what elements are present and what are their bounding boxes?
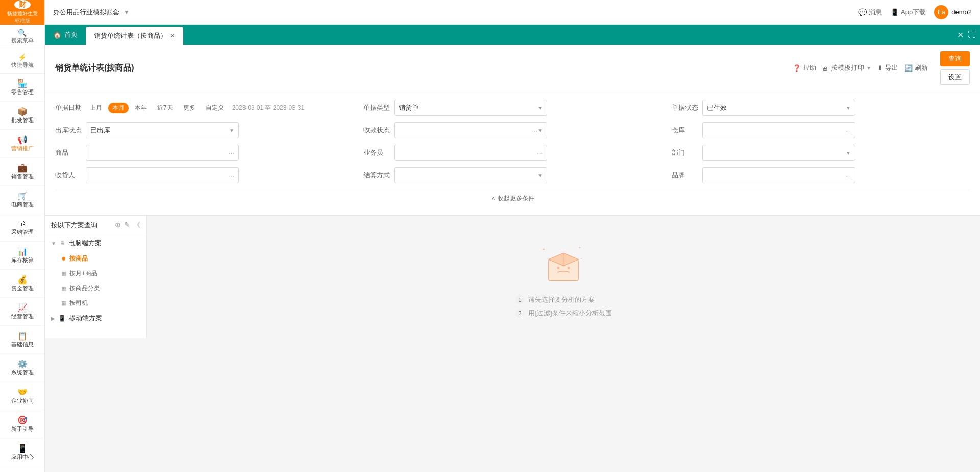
settlement-dropdown-icon: ▼ (537, 173, 543, 178)
filter-row-3: 商品 ··· 业务员 ··· 部门 (55, 145, 970, 161)
goods-control[interactable]: ··· (86, 145, 239, 161)
doc-type-dropdown-icon: ▼ (537, 105, 543, 111)
mobile-category-arrow: ▶ (51, 316, 55, 321)
pay-status-dots: ··· (532, 127, 537, 134)
sidebar-item-retail[interactable]: 🏪 零售管理 (0, 74, 44, 102)
date-tab-this-month[interactable]: 本月 (108, 103, 129, 113)
breadcrumb-arrow[interactable]: ▼ (124, 9, 130, 16)
user-menu[interactable]: Ea demo2 (934, 5, 972, 19)
filter-pay-status: 收款状态 ··· ▼ (363, 122, 662, 138)
window-maximize-icon[interactable]: ⛶ (968, 30, 976, 39)
sidebar-item-apps[interactable]: 📱 应用中心 (0, 438, 44, 466)
pc-category-label: 电脑端方案 (68, 239, 102, 248)
sidebar-item-wholesale[interactable]: 📦 批发管理 (0, 102, 44, 130)
scheme-item-by-category[interactable]: ▦ 按商品分类 (55, 281, 146, 296)
sidebar-item-ecommerce[interactable]: 🛒 电商管理 (0, 186, 44, 214)
sidebar-item-guide[interactable]: 🎯 新手引导 (0, 410, 44, 438)
sidebar-item-base[interactable]: 📋 基础信息 (0, 326, 44, 354)
grid-icon-2: ▦ (61, 285, 66, 292)
sidebar-item-sales[interactable]: 💼 销售管理 (0, 158, 44, 186)
tip-text-2: 用[过滤]条件来缩小分析范围 (528, 309, 611, 318)
sidebar-item-inventory[interactable]: 📊 库存核算 (0, 242, 44, 270)
settlement-control[interactable]: ▼ (394, 167, 547, 183)
breadcrumb: 办公用品行业模拟账套 (53, 8, 119, 17)
top-header: 办公用品行业模拟账套 ▼ 💬 消息 📱 App下载 Ea demo2 (45, 0, 980, 25)
brand-control[interactable]: ··· (702, 167, 855, 183)
inventory-icon: 📊 (0, 247, 44, 256)
filter-goods: 商品 ··· (55, 145, 353, 161)
filter-doc-type: 单据类型 销货单 ▼ (363, 100, 662, 116)
sidebar-menu: 🏪 零售管理 📦 批发管理 📢 营销推广 💼 销售管理 🛒 电商管理 🛍 采购管… (0, 74, 44, 472)
date-tab-this-year[interactable]: 本年 (131, 103, 151, 113)
date-tab-more[interactable]: 更多 (179, 103, 200, 113)
pay-status-control[interactable]: ··· ▼ (394, 122, 547, 138)
date-tab-7days[interactable]: 近7天 (153, 103, 177, 113)
scheme-category-mobile[interactable]: ▶ 📱 移动端方案 (45, 311, 146, 326)
print-button[interactable]: 🖨 按模板打印 ▼ (822, 63, 871, 73)
scheme-item-by-goods[interactable]: ● 按商品 (55, 251, 146, 266)
content-body: 按以下方案查询 ⊕ ✎ 《 ▼ 🖥 电脑端方案 ● (45, 216, 980, 338)
base-icon: 📋 (0, 331, 44, 341)
sidebar-item-cooperation[interactable]: 🤝 企业协同 (0, 382, 44, 410)
department-control[interactable]: ▼ (702, 145, 855, 161)
doc-type-control[interactable]: 销货单 ▼ (394, 100, 547, 116)
date-tab-custom[interactable]: 自定义 (202, 103, 228, 113)
collapse-bar[interactable]: ∧ 收起更多条件 (55, 190, 970, 207)
apps-icon: 📱 (0, 443, 44, 453)
sidebar-item-operation[interactable]: 📈 经营管理 (0, 298, 44, 326)
app-name: 畅捷通好生意 (7, 10, 38, 17)
guide-icon: 🎯 (0, 415, 44, 425)
tab-home[interactable]: 🏠 首页 (45, 25, 86, 45)
filter-salesperson: 业务员 ··· (363, 145, 662, 161)
empty-tip-2: 2 用[过滤]条件来缩小分析范围 (515, 309, 611, 318)
sidebar-item-weixin[interactable]: 💬 企业微信 (0, 466, 44, 472)
warehouse-control[interactable]: ··· (702, 122, 855, 138)
sidebar-item-marketing[interactable]: 📢 营销推广 (0, 130, 44, 158)
collapse-icon: ∧ (491, 195, 496, 202)
data-area: ✦ ✦ ✦ 1 请先选择要分析的方案 2 用[过滤]条件来缩小分析范围 (147, 216, 980, 338)
scheme-item-by-driver[interactable]: ▦ 按司机 (55, 296, 146, 311)
filter-row-1: 单据日期 上月 本月 本年 近7天 更多 自定义 2023-03-01 至 20… (55, 100, 970, 116)
quick-nav[interactable]: ⚡ 快捷导航 (0, 49, 44, 74)
refresh-icon: 🔄 (904, 64, 913, 72)
help-button[interactable]: ❓ 帮助 (793, 63, 816, 73)
scheme-category-pc[interactable]: ▼ 🖥 电脑端方案 (45, 235, 146, 251)
pc-category-arrow: ▼ (51, 241, 56, 246)
tab-close-icon[interactable]: ✕ (170, 32, 175, 39)
window-close-icon[interactable]: ✕ (957, 30, 964, 40)
sidebar-item-finance[interactable]: 💰 资金管理 (0, 270, 44, 298)
date-tab-last-month[interactable]: 上月 (86, 103, 106, 113)
out-status-control[interactable]: 已出库 ▼ (86, 122, 239, 138)
collapse-scheme-icon[interactable]: 《 (133, 221, 140, 230)
doc-status-control[interactable]: 已生效 ▼ (702, 100, 855, 116)
warehouse-dots: ··· (845, 127, 851, 134)
sidebar-item-system[interactable]: ⚙️ 系统管理 (0, 354, 44, 382)
add-scheme-icon[interactable]: ⊕ (115, 221, 121, 230)
tab-sales-report[interactable]: 销货单统计表（按商品） ✕ (86, 27, 183, 45)
receiver-control[interactable]: ··· (86, 167, 239, 183)
scheme-item-by-month-goods[interactable]: ▦ 按月+商品 (55, 266, 146, 281)
filter-row-2: 出库状态 已出库 ▼ 收款状态 ··· ▼ (55, 122, 970, 138)
sales-icon: 💼 (0, 163, 44, 173)
sidebar-item-purchase[interactable]: 🛍 采购管理 (0, 214, 44, 242)
export-button[interactable]: ⬇ 导出 (877, 63, 898, 73)
salesperson-control[interactable]: ··· (394, 145, 547, 161)
tab-bar-right: ✕ ⛶ (957, 30, 980, 40)
refresh-button[interactable]: 🔄 刷新 (904, 63, 928, 73)
message-action[interactable]: 💬 消息 (858, 8, 882, 17)
export-icon: ⬇ (877, 64, 883, 72)
header-right: 💬 消息 📱 App下载 Ea demo2 (858, 5, 972, 19)
search-menu[interactable]: 🔍 搜索菜单 (0, 25, 44, 49)
salesperson-dots: ··· (537, 149, 543, 157)
empty-tip-1: 1 请先选择要分析的方案 (515, 295, 611, 304)
out-status-value: 已出库 (90, 126, 229, 135)
query-button[interactable]: 查询 (940, 51, 970, 66)
brand-label: 品牌 (672, 171, 702, 180)
marketing-icon: 📢 (0, 135, 44, 145)
filter-warehouse: 仓库 ··· (672, 122, 970, 138)
filter-area: 单据日期 上月 本月 本年 近7天 更多 自定义 2023-03-01 至 20… (45, 91, 980, 216)
edit-scheme-icon[interactable]: ✎ (124, 221, 130, 230)
app-download-action[interactable]: 📱 App下载 (890, 8, 926, 17)
settings-button[interactable]: 设置 (940, 69, 970, 85)
svg-point-3 (557, 267, 559, 269)
